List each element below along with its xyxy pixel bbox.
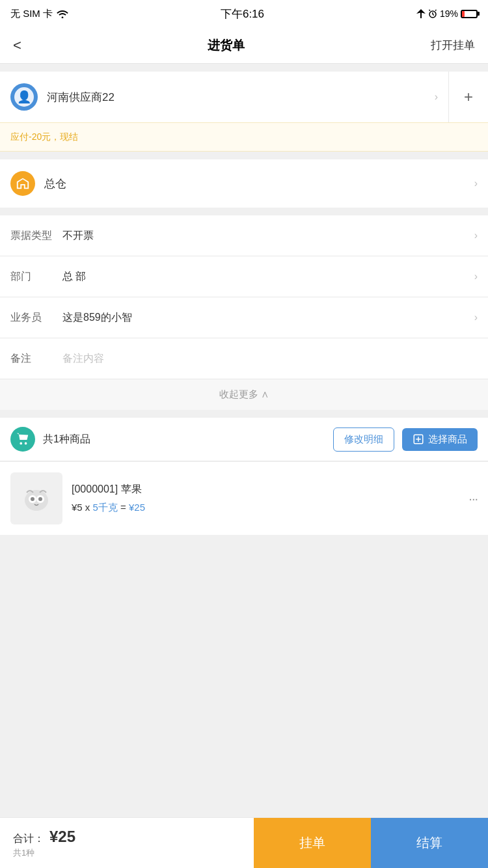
department-label: 部门 bbox=[10, 270, 62, 284]
total-value: 25 bbox=[58, 828, 75, 845]
salesperson-chevron-icon: › bbox=[474, 312, 478, 323]
status-right: 19% bbox=[416, 8, 478, 19]
unit-price: ¥5 x bbox=[72, 502, 93, 513]
department-row[interactable]: 部门 总 部 › bbox=[0, 256, 488, 297]
warehouse-icon bbox=[16, 176, 30, 191]
person-icon: 👤 bbox=[17, 90, 31, 104]
product-thumbnail bbox=[10, 472, 62, 524]
invoice-type-row[interactable]: 票据类型 不开票 › bbox=[0, 215, 488, 256]
warehouse-name: 总仓 bbox=[44, 176, 474, 191]
battery-icon bbox=[461, 10, 478, 18]
carrier-text: 无 SIM 卡 bbox=[10, 8, 53, 20]
gap1 bbox=[0, 64, 488, 72]
notice-text: 应付-20元，现结 bbox=[10, 131, 78, 142]
status-left: 无 SIM 卡 bbox=[10, 8, 68, 20]
product-code: [0000001] bbox=[72, 483, 121, 495]
remark-label: 备注 bbox=[10, 352, 62, 366]
location-icon bbox=[416, 9, 426, 18]
collapse-button[interactable]: 收起更多 ∧ bbox=[0, 379, 488, 410]
back-button[interactable]: < bbox=[13, 37, 21, 54]
select-product-label: 选择商品 bbox=[428, 433, 467, 446]
svg-point-12 bbox=[38, 497, 42, 501]
total-count: 共1种 bbox=[13, 847, 241, 859]
total-label-text: 合计： bbox=[13, 832, 44, 846]
warehouse-icon-wrap bbox=[10, 171, 35, 196]
cart-icon bbox=[16, 432, 30, 446]
products-icon-wrap bbox=[10, 427, 35, 452]
supplier-name: 河南供应商22 bbox=[47, 90, 435, 105]
warehouse-row[interactable]: 总仓 › bbox=[0, 159, 488, 208]
notice-banner: 应付-20元，现结 bbox=[0, 122, 488, 152]
product-title: 苹果 bbox=[121, 483, 142, 495]
total-section: 合计： ¥25 共1种 bbox=[0, 828, 254, 859]
products-count: 共1种商品 bbox=[43, 433, 325, 446]
product-more-button[interactable]: ··· bbox=[468, 491, 478, 506]
warehouse-chevron-icon: › bbox=[474, 178, 478, 189]
gap3 bbox=[0, 208, 488, 215]
nav-bar: < 进货单 打开挂单 bbox=[0, 27, 488, 64]
svg-point-11 bbox=[31, 497, 34, 501]
department-chevron-icon: › bbox=[474, 271, 478, 282]
products-header: 共1种商品 修改明细 选择商品 bbox=[0, 418, 488, 461]
remark-placeholder: 备注内容 bbox=[62, 352, 478, 366]
equals: = bbox=[118, 502, 129, 513]
product-details: [0000001] 苹果 ¥5 x 5千克 = ¥25 bbox=[72, 483, 459, 514]
status-time: 下午6:16 bbox=[221, 7, 264, 21]
bottom-spacer bbox=[0, 535, 488, 586]
svg-line-3 bbox=[429, 10, 430, 11]
select-product-button[interactable]: 选择商品 bbox=[402, 428, 478, 451]
salesperson-value: 这是859的小智 bbox=[62, 311, 474, 325]
collapse-label: 收起更多 ∧ bbox=[219, 388, 269, 401]
svg-line-4 bbox=[435, 10, 437, 11]
salesperson-row[interactable]: 业务员 这是859的小智 › bbox=[0, 297, 488, 338]
gap2 bbox=[0, 152, 488, 159]
wifi-icon bbox=[57, 9, 68, 18]
supplier-selector[interactable]: 👤 河南供应商22 › bbox=[0, 72, 449, 122]
remark-row[interactable]: 备注 备注内容 bbox=[0, 338, 488, 379]
status-bar: 无 SIM 卡 下午6:16 19% bbox=[0, 0, 488, 27]
supplier-add-button[interactable]: + bbox=[449, 76, 488, 118]
invoice-type-value: 不开票 bbox=[62, 229, 474, 243]
divider4 bbox=[0, 461, 488, 461]
add-icon: + bbox=[464, 88, 473, 106]
supplier-section: 👤 河南供应商22 › + bbox=[0, 72, 488, 122]
alarm-icon bbox=[428, 9, 437, 18]
hang-button[interactable]: 挂单 bbox=[254, 818, 371, 869]
bottom-bar: 合计： ¥25 共1种 挂单 结算 bbox=[0, 817, 488, 868]
battery-text: 19% bbox=[440, 8, 458, 19]
department-value: 总 部 bbox=[62, 270, 474, 284]
settle-button[interactable]: 结算 bbox=[371, 818, 488, 869]
invoice-type-chevron-icon: › bbox=[474, 230, 478, 241]
total-amount: ¥25 bbox=[49, 828, 75, 846]
product-item: [0000001] 苹果 ¥5 x 5千克 = ¥25 ··· bbox=[0, 462, 488, 535]
svg-point-8 bbox=[25, 490, 48, 511]
salesperson-label: 业务员 bbox=[10, 311, 62, 325]
select-product-icon bbox=[413, 433, 424, 445]
total-currency: ¥ bbox=[49, 828, 58, 845]
product-name: [0000001] 苹果 bbox=[72, 483, 459, 496]
product-price: ¥5 x 5千克 = ¥25 bbox=[72, 502, 459, 514]
quantity: 5千克 bbox=[93, 502, 118, 513]
svg-line-2 bbox=[433, 14, 434, 16]
open-pending-button[interactable]: 打开挂单 bbox=[431, 38, 475, 53]
edit-detail-button[interactable]: 修改明细 bbox=[333, 427, 394, 452]
total-price: ¥25 bbox=[129, 502, 145, 513]
supplier-avatar: 👤 bbox=[10, 83, 38, 111]
owl-logo-icon bbox=[20, 482, 53, 515]
page-title: 进货单 bbox=[208, 37, 245, 54]
invoice-type-label: 票据类型 bbox=[10, 229, 62, 243]
supplier-chevron-icon: › bbox=[435, 91, 438, 103]
